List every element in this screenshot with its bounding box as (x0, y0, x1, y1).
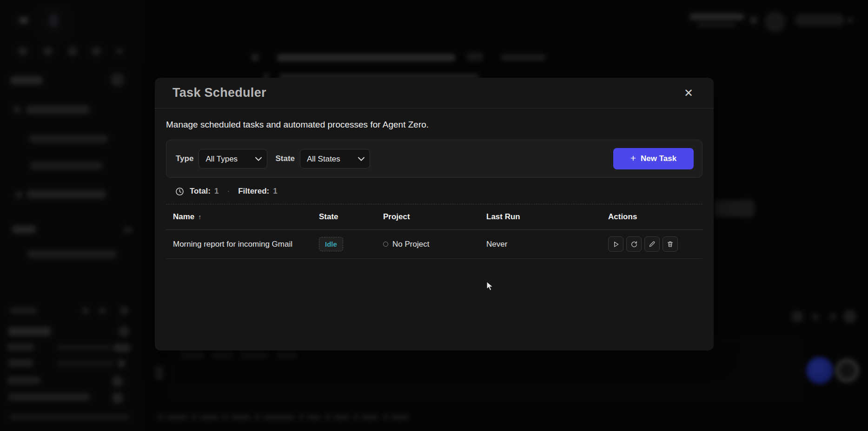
task-scheduler-modal: Task Scheduler ✕ Manage scheduled tasks … (155, 78, 714, 350)
table-header: Name ↑ State Project Last Run Actions (166, 204, 702, 230)
run-task-button[interactable] (608, 236, 623, 252)
stats-separator: · (227, 187, 230, 196)
play-icon (612, 241, 620, 248)
column-header-name[interactable]: Name ↑ (166, 212, 319, 222)
sort-arrow-icon: ↑ (198, 213, 201, 221)
column-header-actions: Actions (608, 212, 702, 222)
state-filter-select[interactable]: All States (300, 149, 370, 168)
reload-icon (630, 241, 638, 248)
modal-title: Task Scheduler (172, 86, 266, 100)
status-badge: Idle (319, 237, 343, 251)
task-name-cell: Morning report for incoming Gmail (166, 240, 319, 249)
clock-icon (175, 187, 184, 196)
modal-description: Manage scheduled tasks and automated pro… (166, 120, 702, 130)
stats-row: Total: 1 · Filtered: 1 (166, 178, 702, 204)
type-filter-label: Type (176, 154, 193, 163)
state-filter-label: State (275, 154, 295, 163)
state-filter-wrap: All States (300, 149, 370, 168)
filter-bar: Type All Types State All States + (166, 140, 702, 178)
name-column-label: Name (173, 212, 194, 222)
task-actions-cell (608, 236, 702, 252)
filtered-label: Filtered: (238, 187, 269, 196)
new-task-label: New Task (641, 154, 676, 163)
new-task-button[interactable]: + New Task (613, 148, 694, 169)
delete-task-button[interactable] (663, 236, 678, 252)
trash-icon (667, 241, 674, 248)
type-filter-select[interactable]: All Types (199, 149, 267, 168)
project-name: No Project (392, 240, 429, 249)
total-value: 1 (214, 187, 219, 196)
close-icon[interactable]: ✕ (682, 86, 695, 101)
edit-task-button[interactable] (644, 236, 660, 252)
task-name: Morning report for incoming Gmail (173, 240, 292, 249)
task-lastrun-cell: Never (486, 240, 608, 249)
mouse-cursor (486, 281, 495, 293)
edit-icon (649, 241, 656, 248)
column-header-state[interactable]: State (319, 212, 383, 222)
tasks-table: Name ↑ State Project Last Run Actions Mo… (166, 204, 702, 259)
reload-task-button[interactable] (626, 236, 642, 252)
table-row[interactable]: Morning report for incoming Gmail Idle N… (166, 230, 702, 259)
plus-icon: + (630, 153, 636, 164)
modal-header: Task Scheduler ✕ (155, 78, 714, 108)
task-state-cell: Idle (319, 237, 383, 251)
type-filter-wrap: All Types (199, 149, 267, 168)
total-label: Total: (190, 187, 211, 196)
column-header-project[interactable]: Project (383, 212, 486, 222)
column-header-lastrun[interactable]: Last Run (486, 212, 608, 222)
app-root: Task Scheduler ✕ Manage scheduled tasks … (0, 0, 868, 431)
project-circle-icon (383, 242, 388, 247)
task-project-cell: No Project (383, 240, 486, 249)
filtered-value: 1 (273, 187, 277, 196)
